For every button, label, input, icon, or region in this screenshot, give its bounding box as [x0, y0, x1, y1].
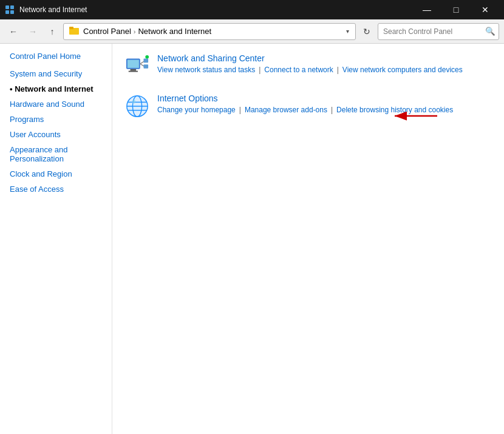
up-button[interactable]: ↑ — [44, 23, 61, 40]
window-controls: — □ ✕ — [413, 0, 499, 19]
search-box: 🔍 — [378, 23, 499, 40]
breadcrumb: Control Panel › Network and Internet — [83, 27, 345, 36]
svg-rect-5 — [69, 27, 73, 29]
content-area: Network and Sharing Center View network … — [112, 44, 504, 434]
sidebar-item-programs[interactable]: Programs — [0, 112, 112, 127]
svg-rect-13 — [143, 64, 148, 69]
svg-rect-12 — [143, 59, 148, 63]
window-icon — [5, 5, 15, 15]
minimize-button[interactable]: — — [413, 0, 441, 19]
connect-to-network-link[interactable]: Connect to a network — [264, 66, 333, 74]
manage-browser-addons-link[interactable]: Manage browser add-ons — [245, 106, 327, 114]
svg-rect-7 — [128, 60, 139, 68]
internet-options-links: Change your homepage | Manage browser ad… — [157, 106, 492, 114]
sidebar: Control Panel Home System and Security N… — [0, 44, 112, 434]
svg-rect-1 — [10, 5, 14, 9]
search-button[interactable]: 🔍 — [482, 23, 499, 40]
category-internet-options: Internet Options Change your homepage | … — [124, 93, 492, 119]
breadcrumb-control-panel[interactable]: Control Panel — [83, 27, 131, 36]
change-homepage-link[interactable]: Change your homepage — [157, 106, 236, 114]
back-button[interactable]: ← — [5, 23, 22, 40]
network-sharing-links: View network status and tasks | Connect … — [157, 66, 492, 74]
svg-rect-0 — [5, 5, 9, 9]
delete-browsing-history-link[interactable]: Delete browsing history and cookies — [336, 106, 453, 114]
breadcrumb-network-internet[interactable]: Network and Internet — [138, 27, 211, 36]
category-network-sharing: Network and Sharing Center View network … — [124, 53, 492, 79]
svg-point-21 — [132, 100, 135, 104]
internet-options-icon — [124, 93, 150, 119]
view-network-status-link[interactable]: View network status and tasks — [157, 66, 255, 74]
sidebar-item-hardware-sound[interactable]: Hardware and Sound — [0, 97, 112, 112]
main-layout: Control Panel Home System and Security N… — [0, 44, 504, 434]
folder-icon — [69, 25, 80, 38]
sidebar-item-ease-access[interactable]: Ease of Access — [0, 181, 112, 197]
svg-rect-2 — [5, 10, 9, 14]
sidebar-item-network-internet[interactable]: Network and Internet — [0, 81, 112, 97]
svg-rect-3 — [10, 10, 14, 14]
internet-options-title[interactable]: Internet Options — [157, 93, 218, 103]
svg-point-14 — [145, 55, 149, 59]
network-sharing-content: Network and Sharing Center View network … — [157, 53, 492, 74]
sidebar-item-system-security[interactable]: System and Security — [0, 66, 112, 81]
title-bar: Network and Internet — □ ✕ — [0, 0, 504, 19]
network-sharing-title[interactable]: Network and Sharing Center — [157, 53, 265, 63]
address-dropdown-button[interactable]: ▾ — [345, 28, 350, 35]
sidebar-item-control-panel-home[interactable]: Control Panel Home — [0, 49, 112, 64]
refresh-button[interactable]: ↻ — [358, 23, 375, 40]
view-network-computers-link[interactable]: View network computers and devices — [342, 66, 463, 74]
close-button[interactable]: ✕ — [471, 0, 499, 19]
address-field[interactable]: Control Panel › Network and Internet ▾ — [63, 23, 356, 40]
forward-button[interactable]: → — [24, 23, 41, 40]
network-sharing-icon — [124, 53, 150, 79]
sidebar-item-appearance[interactable]: Appearance and Personalization — [0, 142, 112, 166]
sidebar-item-clock-region[interactable]: Clock and Region — [0, 166, 112, 181]
svg-rect-8 — [131, 69, 137, 71]
internet-options-content: Internet Options Change your homepage | … — [157, 93, 492, 114]
window-title: Network and Internet — [19, 5, 413, 14]
search-input[interactable] — [378, 27, 482, 36]
maximize-button[interactable]: □ — [442, 0, 470, 19]
sidebar-item-user-accounts[interactable]: User Accounts — [0, 127, 112, 142]
address-bar: ← → ↑ Control Panel › Network and Intern… — [0, 19, 504, 44]
svg-rect-9 — [129, 71, 138, 72]
